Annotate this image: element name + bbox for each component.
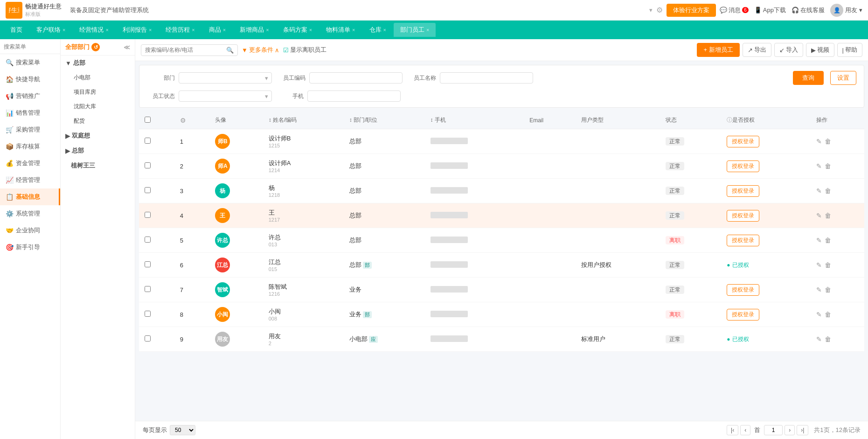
query-button[interactable]: 查询	[793, 71, 824, 85]
tab-close-icon[interactable]: ×	[352, 27, 355, 33]
sidebar-item-销售管理[interactable]: 📊销售管理	[0, 105, 60, 121]
settings-icon[interactable]: ⚙	[656, 6, 663, 14]
tab-close-icon[interactable]: ×	[149, 27, 152, 33]
dept-collapse-btn[interactable]: ≪	[124, 44, 130, 51]
message-btn[interactable]: 💬 消息 6	[720, 6, 749, 14]
app-download-btn[interactable]: 📱 App下载	[754, 6, 786, 14]
edit-icon[interactable]: ✎	[816, 237, 822, 244]
sidebar-item-新手引导[interactable]: 🎯新手引导	[0, 239, 60, 256]
set-button[interactable]: 设置	[830, 71, 856, 85]
nav-tab[interactable]: 仓库×	[363, 23, 393, 37]
select-all-checkbox[interactable]	[145, 117, 151, 123]
row-checkbox[interactable]	[145, 212, 151, 218]
auth-button[interactable]: 授权登录	[727, 210, 759, 222]
per-page-select[interactable]: 50 100	[170, 425, 195, 435]
show-inactive-toggle[interactable]: ☑ 显示离职员工	[283, 46, 326, 54]
row-checkbox[interactable]	[145, 335, 151, 341]
tab-close-icon[interactable]: ×	[62, 27, 65, 33]
next-page-btn[interactable]: ›	[785, 425, 795, 435]
delete-icon[interactable]: 🗑	[825, 162, 831, 170]
nav-tab[interactable]: 经营情况×	[73, 23, 115, 37]
dept-group-header-zhishu[interactable]: 植树王三	[61, 158, 135, 173]
edit-icon[interactable]: ✎	[816, 162, 822, 170]
prev-page-btn[interactable]: ‹	[740, 425, 750, 435]
nav-tab[interactable]: 商品×	[202, 23, 232, 37]
trial-button[interactable]: 体验行业方案	[667, 4, 716, 17]
view-button[interactable]: ▶ 视频	[806, 43, 834, 57]
sidebar-item-基础信息[interactable]: 📋基础信息	[0, 188, 60, 205]
nav-tab[interactable]: 新增商品×	[233, 23, 275, 37]
tab-close-icon[interactable]: ×	[266, 27, 269, 33]
nav-tab[interactable]: 首页	[4, 23, 29, 37]
tab-close-icon[interactable]: ×	[223, 27, 226, 33]
tab-close-icon[interactable]: ×	[192, 27, 194, 33]
edit-icon[interactable]: ✎	[816, 335, 822, 343]
sidebar-item-库存核算[interactable]: 📦库存核算	[0, 138, 60, 155]
row-checkbox[interactable]	[145, 237, 151, 243]
sidebar-item-资金管理[interactable]: 💰资金管理	[0, 155, 60, 172]
delete-icon[interactable]: 🗑	[825, 286, 831, 293]
dept-refresh-icon[interactable]: ↺	[91, 43, 100, 51]
sidebar-item-营销推广[interactable]: 📢营销推广	[0, 88, 60, 105]
row-checkbox[interactable]	[145, 187, 151, 193]
edit-icon[interactable]: ✎	[816, 261, 822, 269]
dept-group-header-zongbu[interactable]: ▼ 总部	[61, 56, 135, 70]
delete-icon[interactable]: 🗑	[825, 261, 831, 269]
sidebar-item-采购管理[interactable]: 🛒采购管理	[0, 121, 60, 138]
sidebar-item-系统管理[interactable]: ⚙️系统管理	[0, 205, 60, 222]
first-page-btn[interactable]: |‹	[727, 425, 738, 435]
help-button[interactable]: | 帮助	[837, 43, 862, 57]
employee-search-input[interactable]	[145, 47, 224, 53]
edit-icon[interactable]: ✎	[816, 212, 822, 219]
delete-icon[interactable]: 🗑	[825, 187, 831, 195]
dept-group-header-zongbu2[interactable]: ▶ 总部	[61, 143, 135, 158]
dept-item-shenyang[interactable]: 沈阳大库	[66, 99, 135, 114]
auth-button[interactable]: 授权登录	[727, 284, 759, 296]
col-name[interactable]: ↕ 姓名/编码	[263, 111, 344, 129]
last-page-btn[interactable]: ›|	[797, 425, 808, 435]
edit-icon[interactable]: ✎	[816, 187, 822, 195]
tab-close-icon[interactable]: ×	[105, 27, 108, 33]
filter-more-btn[interactable]: ▼ 更多条件 ∧	[242, 46, 279, 54]
dept-item-xiaodian[interactable]: 小电部	[66, 70, 135, 85]
row-checkbox[interactable]	[145, 138, 151, 144]
nav-tab[interactable]: 条码方案×	[277, 23, 319, 37]
tab-close-icon[interactable]: ×	[426, 27, 429, 33]
empstatus-select[interactable]	[179, 91, 272, 102]
delete-icon[interactable]: 🗑	[825, 237, 831, 244]
online-support-btn[interactable]: 🎧 在线客服	[792, 6, 825, 14]
phone-filter-input[interactable]	[307, 91, 401, 102]
row-checkbox[interactable]	[145, 261, 151, 267]
nav-tab[interactable]: 利润报告×	[116, 23, 158, 37]
user-btn[interactable]: 👤 用友 ▾	[830, 4, 862, 17]
nav-tab[interactable]: 部门员工×	[394, 23, 436, 37]
col-dept[interactable]: ↕ 部门/职位	[344, 111, 425, 129]
sidebar-item-经营管理[interactable]: 📈经营管理	[0, 172, 60, 188]
col-phone[interactable]: ↕ 手机	[425, 111, 524, 129]
edit-icon[interactable]: ✎	[816, 138, 822, 145]
dept-group-header-shuangting[interactable]: ▶ 双庭想	[61, 128, 135, 143]
edit-icon[interactable]: ✎	[816, 311, 822, 318]
dept-select[interactable]	[179, 72, 272, 84]
export-button[interactable]: ↗ 导出	[743, 43, 771, 57]
dropdown-icon[interactable]: ▾	[649, 7, 653, 14]
empname-input[interactable]	[440, 72, 533, 84]
settings-gear-icon[interactable]: ⚙	[180, 117, 186, 124]
delete-icon[interactable]: 🗑	[825, 138, 831, 145]
tab-close-icon[interactable]: ×	[309, 27, 312, 33]
row-checkbox[interactable]	[145, 311, 151, 317]
tab-close-icon[interactable]: ×	[383, 27, 386, 33]
sidebar-item-企业协同[interactable]: 🤝企业协同	[0, 222, 60, 239]
nav-tab[interactable]: 客户联络×	[30, 23, 72, 37]
dept-item-peihuo[interactable]: 配货	[66, 114, 135, 128]
auth-button[interactable]: 授权登录	[727, 235, 759, 246]
nav-tab[interactable]: 物料清单×	[319, 23, 361, 37]
empcode-input[interactable]	[309, 72, 403, 84]
sidebar-item-搜索菜单[interactable]: 🔍搜索菜单	[0, 54, 60, 71]
add-employee-button[interactable]: + 新增员工	[697, 43, 739, 57]
delete-icon[interactable]: 🗑	[825, 335, 831, 343]
sidebar-item-快捷导航[interactable]: 🏠快捷导航	[0, 71, 60, 88]
auth-button[interactable]: 授权登录	[727, 160, 759, 172]
row-checkbox[interactable]	[145, 286, 151, 292]
delete-icon[interactable]: 🗑	[825, 311, 831, 318]
